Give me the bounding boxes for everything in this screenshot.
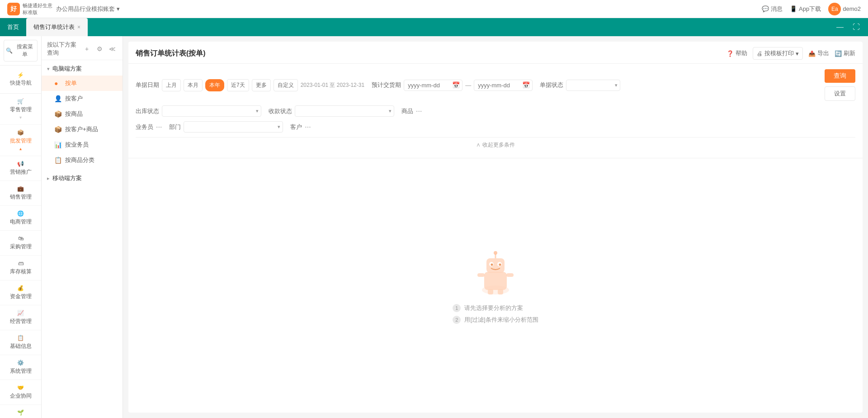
filter-date-item: 单据日期 上月 本月 本年 近7天 更多 自定义 2023-01-01 至 20… <box>136 79 364 91</box>
expected-date-end-wrap: 📅 <box>474 80 533 91</box>
message-button[interactable]: 💬 消息 <box>762 5 783 13</box>
scheme-item-by-salesperson[interactable]: 📊 按业务员 <box>42 137 123 152</box>
filter-row-3: 业务员 ··· 部门 ▾ 客户 ··· <box>136 121 855 133</box>
top-bar-right: 💬 消息 📱 App下载 Ea demo2 <box>762 3 861 15</box>
mobile-scheme-group-header[interactable]: ▸ 移动端方案 <box>42 171 123 185</box>
collapse-filter-button[interactable]: ∧ 收起更多条件 <box>136 137 855 152</box>
filter-customer-item: 客户 ··· <box>290 123 311 131</box>
breadcrumb[interactable]: 办公用品行业模拟账套 ▾ <box>56 5 120 13</box>
left-panel-header: 按以下方案查询 + ⚙ ≪ <box>42 36 123 60</box>
sidebar-item-shortcut[interactable]: ⚡ 快捷导航 <box>0 68 41 90</box>
scheme-item-by-customer-goods[interactable]: 📦 按客户+商品 <box>42 122 123 137</box>
help-button[interactable]: ❓ 帮助 <box>726 49 747 57</box>
print-icon: 🖨 <box>757 50 763 57</box>
logo-text: 畅捷通好生意 标准版 <box>23 2 52 15</box>
sidebar-item-sales[interactable]: 💼 销售管理 <box>0 181 41 206</box>
sidebar-item-finance[interactable]: 💰 资金管理 <box>0 280 41 305</box>
app-download-button[interactable]: 📱 App下载 <box>790 5 821 13</box>
tab-maximize-button[interactable]: ⛶ <box>850 21 863 33</box>
date-btn-more[interactable]: 更多 <box>252 79 271 91</box>
empty-tips: 1 请先选择要分析的方案 2 用[过滤]条件来缩小分析范围 <box>453 304 538 324</box>
content-area: 销售订单统计表(按单) ❓ 帮助 🖨 按模板打印 ▾ 📤 导出 <box>123 36 868 418</box>
tab-home[interactable]: 首页 <box>0 18 26 36</box>
customer-more-icon[interactable]: ··· <box>305 123 311 131</box>
wholesale-icon: 📦 <box>17 129 24 136</box>
breadcrumb-arrow: ▾ <box>117 5 120 12</box>
order-status-label: 单据状态 <box>540 81 563 89</box>
sidebar-search-button[interactable]: 🔍 搜索菜单 <box>4 40 38 62</box>
user-menu[interactable]: Ea demo2 <box>828 3 861 15</box>
payment-status-label: 收款状态 <box>269 107 292 115</box>
export-button[interactable]: 📤 导出 <box>808 49 829 57</box>
template-print-button[interactable]: 🖨 按模板打印 ▾ <box>753 47 803 60</box>
scheme-item-by-goods[interactable]: 📦 按商品 <box>42 106 123 122</box>
sidebar-item-basic[interactable]: 📋 基础信息 <box>0 330 41 355</box>
date-btn-this-year[interactable]: 本年 <box>205 79 224 91</box>
filter-expected-date-item: 预计交货期 📅 — 📅 <box>372 80 533 91</box>
date-btn-custom[interactable]: 自定义 <box>274 79 298 91</box>
order-status-select-wrap: ▾ <box>566 80 620 91</box>
sidebar-item-marketing[interactable]: 📢 营销推广 <box>0 156 41 181</box>
tab-sales-order-stats[interactable]: 销售订单统计表 × <box>26 18 88 36</box>
filter-payment-status-item: 收款状态 ▾ <box>269 105 394 117</box>
sidebar-item-retail[interactable]: 🛒 零售管理 ▾ <box>0 94 41 125</box>
date-btn-this-month[interactable]: 本月 <box>184 79 203 91</box>
svg-rect-11 <box>488 289 493 294</box>
by-order-icon: ● <box>54 80 61 87</box>
scheme-item-by-order[interactable]: ● 按单 <box>42 76 123 91</box>
payment-status-select[interactable] <box>295 105 394 117</box>
delivery-status-select[interactable] <box>162 105 261 117</box>
export-icon: 📤 <box>808 50 816 57</box>
date-buttons-group: 上月 本月 本年 近7天 更多 自定义 <box>162 79 298 91</box>
pc-scheme-label: 电脑端方案 <box>52 65 82 73</box>
by-goods-category-icon: 📋 <box>54 157 61 164</box>
marketing-icon: 📢 <box>17 161 24 167</box>
goods-more-icon[interactable]: ··· <box>416 107 422 115</box>
expected-date-start-wrap: 📅 <box>404 80 462 91</box>
scheme-item-by-goods-category[interactable]: 📋 按商品分类 <box>42 152 123 168</box>
department-label: 部门 <box>169 123 181 131</box>
by-customer-icon: 👤 <box>54 95 61 102</box>
sidebar-item-system[interactable]: ⚙️ 系统管理 <box>0 355 41 380</box>
sidebar-item-wholesale[interactable]: 📦 批发管理 ▴ <box>0 125 41 156</box>
scheme-settings-button[interactable]: ⚙ <box>94 44 104 54</box>
department-select[interactable] <box>184 121 283 133</box>
sidebar-item-newbie[interactable]: 🌱 新手引导 <box>0 405 41 418</box>
sidebar-item-inventory[interactable]: 🗃 库存核算 <box>0 256 41 280</box>
svg-rect-10 <box>506 273 514 277</box>
empty-illustration <box>473 247 518 297</box>
query-button[interactable]: 查询 <box>825 69 855 83</box>
basic-icon: 📋 <box>17 335 24 341</box>
order-status-select[interactable] <box>566 80 620 91</box>
add-scheme-button[interactable]: + <box>82 44 92 54</box>
refresh-button[interactable]: 🔄 刷新 <box>835 49 855 57</box>
settings-button[interactable]: 设置 <box>825 86 855 101</box>
tip-num-2: 2 <box>453 316 461 324</box>
refresh-icon: 🔄 <box>835 50 842 57</box>
purchase-icon: 🛍 <box>18 235 24 242</box>
salesperson-label: 业务员 <box>136 123 153 131</box>
scheme-item-by-customer[interactable]: 👤 按客户 <box>42 91 123 106</box>
sidebar-item-purchase[interactable]: 🛍 采购管理 <box>0 231 41 256</box>
tab-close-icon[interactable]: × <box>77 24 80 30</box>
pc-scheme-group-header[interactable]: ▾ 电脑端方案 <box>42 62 123 76</box>
breadcrumb-text: 办公用品行业模拟账套 <box>56 5 115 13</box>
finance-icon: 💰 <box>17 285 24 291</box>
avatar: Ea <box>828 3 841 15</box>
panel-collapse-button[interactable]: ≪ <box>107 44 117 54</box>
tab-minimize-button[interactable]: — <box>834 21 846 33</box>
salesperson-more-icon[interactable]: ··· <box>156 123 162 131</box>
sidebar-item-ecommerce[interactable]: 🌐 电商管理 <box>0 206 41 231</box>
tab-bar: 首页 销售订单统计表 × — ⛶ <box>0 18 868 36</box>
empty-tip-2: 2 用[过滤]条件来缩小分析范围 <box>453 316 538 324</box>
svg-point-6 <box>499 264 501 266</box>
svg-point-5 <box>491 264 493 266</box>
payment-status-select-wrap: ▾ <box>295 105 394 117</box>
delivery-status-label: 出库状态 <box>136 107 159 115</box>
sidebar-item-enterprise[interactable]: 🤝 企业协同 <box>0 380 41 405</box>
date-btn-last-month[interactable]: 上月 <box>162 79 181 91</box>
template-print-dropdown-icon: ▾ <box>796 50 799 57</box>
tip-num-1: 1 <box>453 304 461 312</box>
sidebar-item-operation[interactable]: 📈 经营管理 <box>0 305 41 330</box>
date-btn-last-7days[interactable]: 近7天 <box>227 79 249 91</box>
